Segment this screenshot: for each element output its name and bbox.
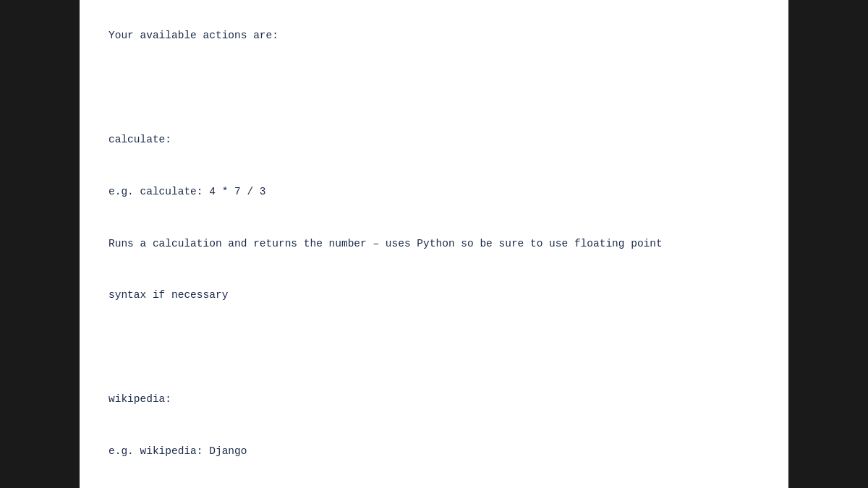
- code-line-12: Runs a calculation and returns the numbe…: [109, 236, 760, 253]
- code-line-10: calculate:: [109, 132, 760, 149]
- code-container: prompt = """ You run in a loop of Though…: [80, 0, 788, 488]
- code-line-9-empty: [109, 80, 760, 97]
- code-line-14-empty: [109, 339, 760, 356]
- code-line-15: wikipedia:: [109, 391, 760, 408]
- code-block: prompt = """ You run in a loop of Though…: [109, 0, 760, 488]
- code-line-11: e.g. calculate: 4 * 7 / 3: [109, 184, 760, 201]
- code-line-13: syntax if necessary: [109, 287, 760, 304]
- code-line-16: e.g. wikipedia: Django: [109, 443, 760, 461]
- code-line-8: Your available actions are:: [109, 27, 760, 45]
